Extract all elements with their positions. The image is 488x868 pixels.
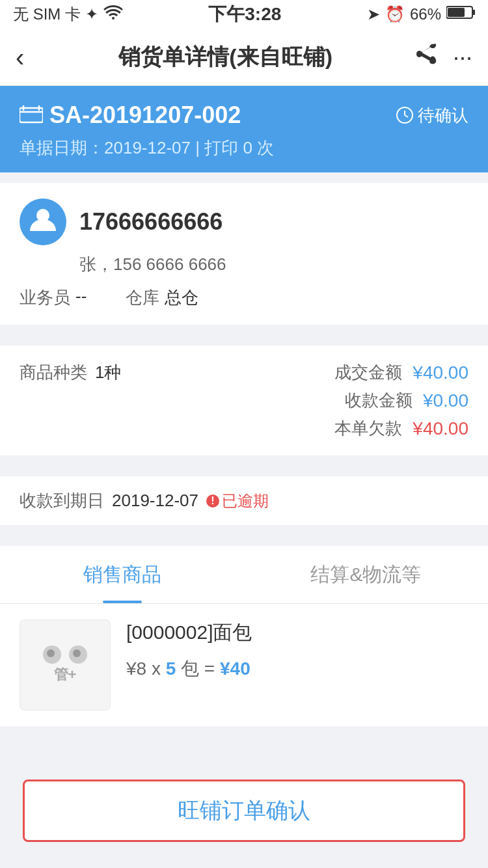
- products-section: 管+ [0000002]面包 ¥8 x 5 包 = ¥40: [0, 604, 488, 726]
- order-header: SA-20191207-002 待确认 单据日期：2019-12-07 | 打印…: [0, 86, 488, 172]
- avatar-icon: [29, 205, 57, 239]
- status-bar: 无 SIM 卡 ✦ 下午3:28 ➤ ⏰ 66%: [0, 0, 488, 29]
- quantity: 5: [166, 658, 176, 679]
- customer-name: 张，156 6666 6666: [20, 253, 468, 276]
- status-left: 无 SIM 卡 ✦: [13, 4, 123, 25]
- product-item: 管+ [0000002]面包 ¥8 x 5 包 = ¥40: [0, 604, 488, 726]
- divider-4: [0, 536, 488, 546]
- transaction-label: 成交金额: [334, 361, 402, 384]
- salesperson-item: 业务员 --: [20, 286, 87, 309]
- svg-rect-2: [448, 8, 465, 17]
- owl-eyes: [43, 645, 87, 664]
- product-count: 1种: [95, 361, 121, 384]
- summary-row: 商品种类 1种 成交金额 ¥40.00 收款金额 ¥0.00 本单欠款 ¥40.…: [20, 361, 468, 440]
- received-label: 收款金额: [345, 389, 413, 412]
- due-label: 收款到期日: [20, 489, 104, 512]
- customer-section: 17666666666 张，156 6666 6666 业务员 -- 仓库 总仓: [0, 183, 488, 325]
- due-date-value: 2019-12-07: [112, 491, 198, 511]
- equals: =: [204, 658, 220, 679]
- owed-row: 本单欠款 ¥40.00: [334, 417, 468, 440]
- nav-bar: ‹ 销货单详情(来自旺铺) ···: [0, 29, 488, 86]
- order-status: 待确认: [396, 104, 468, 127]
- warehouse-item: 仓库 总仓: [126, 286, 198, 309]
- received-amount: ¥0.00: [423, 390, 468, 411]
- battery-icon: [446, 5, 475, 23]
- divider-1: [0, 172, 488, 183]
- order-id: SA-20191207-002: [20, 102, 241, 129]
- avatar: [20, 198, 66, 245]
- received-row: 收款金额 ¥0.00: [345, 389, 468, 412]
- share-icon[interactable]: [416, 42, 440, 72]
- sim-status: 无 SIM 卡 ✦: [13, 4, 98, 25]
- owed-amount: ¥40.00: [413, 418, 468, 439]
- svg-line-9: [405, 115, 408, 117]
- due-section: 收款到期日 2019-12-07 ! 已逾期: [0, 476, 488, 525]
- customer-phone: 17666666666: [79, 208, 223, 236]
- product-info: [0000002]面包 ¥8 x 5 包 = ¥40: [126, 619, 468, 681]
- customer-row: 17666666666: [20, 198, 468, 245]
- confirm-btn-container: 旺铺订单确认: [23, 780, 465, 842]
- product-logo: 管+: [43, 645, 87, 685]
- product-name: [0000002]面包: [126, 619, 468, 646]
- unit: 包: [181, 658, 199, 679]
- customer-meta: 业务员 -- 仓库 总仓: [20, 286, 468, 309]
- transaction-amount: ¥40.00: [413, 362, 468, 383]
- summary-left: 商品种类 1种: [20, 361, 121, 384]
- divider-2: [0, 335, 488, 346]
- owl-eye-right: [69, 645, 87, 664]
- status-time: 下午3:28: [208, 2, 281, 27]
- location-icon: ➤: [367, 5, 380, 23]
- order-date: 单据日期：2019-12-07 | 打印 0 次: [20, 137, 468, 159]
- battery-status: 66%: [410, 5, 441, 23]
- owl-eye-left: [43, 645, 61, 664]
- page-title: 销货单详情(来自旺铺): [34, 42, 416, 72]
- summary-section: 商品种类 1种 成交金额 ¥40.00 收款金额 ¥0.00 本单欠款 ¥40.…: [0, 346, 488, 455]
- order-header-top: SA-20191207-002 待确认: [20, 102, 468, 129]
- tab-products-label: 销售商品: [83, 562, 161, 588]
- confirm-button[interactable]: 旺铺订单确认: [23, 780, 465, 842]
- svg-rect-1: [472, 10, 475, 15]
- warehouse-label: 仓库: [126, 286, 159, 309]
- overdue-icon: !: [206, 495, 219, 508]
- status-right: ➤ ⏰ 66%: [367, 5, 475, 23]
- owl-text: 管+: [54, 665, 77, 685]
- owed-label: 本单欠款: [334, 417, 402, 440]
- salesperson-value: --: [75, 286, 87, 309]
- tab-settlement[interactable]: 结算&物流等: [244, 546, 488, 603]
- alarm-icon: ⏰: [385, 5, 405, 23]
- product-thumbnail: 管+: [20, 619, 111, 711]
- back-button[interactable]: ‹: [16, 44, 24, 70]
- product-price: ¥8 x 5 包 = ¥40: [126, 657, 468, 681]
- product-type-label: 商品种类: [20, 361, 87, 384]
- transaction-row: 成交金额 ¥40.00: [334, 361, 468, 384]
- nav-actions: ···: [416, 42, 472, 72]
- tab-settlement-label: 结算&物流等: [310, 562, 421, 588]
- price-separator: x: [152, 658, 166, 679]
- warehouse-value: 总仓: [165, 286, 198, 309]
- overdue-label: 已逾期: [222, 491, 269, 511]
- wifi-icon: [103, 5, 123, 23]
- total-price: ¥40: [220, 658, 251, 679]
- summary-right: 成交金额 ¥40.00 收款金额 ¥0.00 本单欠款 ¥40.00: [334, 361, 468, 440]
- tab-products[interactable]: 销售商品: [0, 546, 244, 603]
- overdue-badge: ! 已逾期: [206, 491, 269, 511]
- divider-3: [0, 466, 488, 476]
- tabs: 销售商品 结算&物流等: [0, 546, 488, 604]
- salesperson-label: 业务员: [20, 286, 70, 309]
- more-icon[interactable]: ···: [453, 44, 472, 71]
- unit-price: ¥8: [126, 658, 146, 679]
